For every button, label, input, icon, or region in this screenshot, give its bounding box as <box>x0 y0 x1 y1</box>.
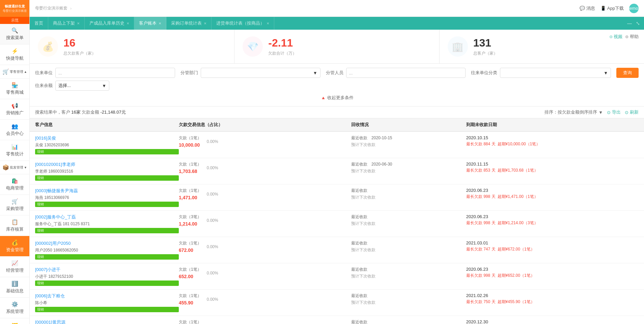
overdue-days-2: 最长欠款 998 天 <box>466 194 496 200</box>
sidebar-item-member[interactable]: 👥 会员中心 <box>0 120 29 140</box>
dept-select[interactable]: ▼ <box>201 68 320 78</box>
arrears-amount-0[interactable]: 10,000.00 <box>179 142 201 148</box>
overdue-date-7: 2020.12.30 <box>466 319 639 324</box>
overdue-link-5[interactable]: 超期¥652.00（1笔） <box>498 273 535 278</box>
customer-phone-4: 用户2050 18665062050 <box>35 247 179 253</box>
tabs-minimize-btn[interactable]: — <box>626 20 633 27</box>
overdue-link-2[interactable]: 超期¥1,471.00（1笔） <box>498 194 538 200</box>
arrears-amount-3[interactable]: 1,214.00 <box>179 221 201 227</box>
sidebar-item-search[interactable]: 🔍 搜索菜单 <box>0 24 29 45</box>
customer-cell-2: [0003]畅捷服务尹海蕊 海燕 18513066976 现销 <box>35 188 179 207</box>
retail-stats-icon: 📊 <box>11 144 18 150</box>
tab-purchase[interactable]: 采购订单统计表 ✕ <box>166 17 212 30</box>
arrears-amount-6[interactable]: 455.90 <box>179 300 201 305</box>
sidebar-item-purchase[interactable]: 🛒 采购管理 <box>0 195 29 215</box>
arrears-amount-4[interactable]: 672.00 <box>179 247 201 253</box>
main-area: 母婴行业演示账套 › 💬 消息 📱 App下载 demo2 首页 商品上下架 ✕ <box>30 0 644 324</box>
arrears-amount-1[interactable]: 1,703.68 <box>179 169 201 174</box>
customer-name-3[interactable]: [0002]服务中心_丁磊 <box>35 214 179 220</box>
tabs-expand-btn[interactable]: ⤡ <box>635 20 641 27</box>
app-download-btn[interactable]: 📱 App下载 <box>600 5 624 11</box>
sidebar-item-retail-mgmt[interactable]: 🛒 零售管理 ▲ <box>0 65 29 79</box>
tab-inventory[interactable]: 进货单统计表（按商品） ✕ <box>212 17 274 30</box>
col-header-date: 到期未收款日期 <box>466 122 639 128</box>
refresh-btn[interactable]: ⊙ 刷新 <box>625 109 639 115</box>
chevron-down-icon: ▲ <box>24 70 27 73</box>
sidebar-item-system[interactable]: ⚙️ 系统管理 <box>0 298 29 318</box>
from-unit-input[interactable]: ... <box>55 68 175 78</box>
message-btn[interactable]: 💬 消息 <box>580 5 595 11</box>
overdue-date-2: 2020.06.23 <box>466 188 639 193</box>
customer-phone-1: 李老师 18600391516 <box>35 169 179 174</box>
tab-production[interactable]: 产成品入库单历史 ✕ <box>85 17 134 30</box>
collapse-btn[interactable]: 🔺 收起更多条件 <box>320 95 354 101</box>
sidebar-item-enterprise[interactable]: 🤝 企业协同 <box>0 318 29 324</box>
unit-category-select[interactable]: ▼ <box>500 68 611 78</box>
quick-nav-icon: ⚡ <box>11 48 18 54</box>
env-text: 母婴行业演示账套 <box>3 9 27 13</box>
sidebar-item-inventory[interactable]: 📋 库存核算 <box>0 215 29 236</box>
arrears-amount-5[interactable]: 652.00 <box>179 274 201 279</box>
sidebar-item-retail-mall-label: 零售商城 <box>6 89 24 95</box>
filter-row-2: 往来余额 选择... ▼ <box>35 81 639 91</box>
sidebar-item-basic[interactable]: ℹ️ 基础信息 <box>0 277 29 298</box>
arrears-row-0: 欠款（1笔） 10,000.00 0.00% <box>179 135 351 148</box>
tab-product-close[interactable]: ✕ <box>77 22 80 25</box>
tab-inventory-label: 进货单统计表（按商品） <box>216 20 264 26</box>
overdue-date-4: 2021.03.01 <box>466 240 639 245</box>
sidebar-item-batch-mgmt[interactable]: 📦 批发管理 ▼ <box>0 161 29 174</box>
export-btn[interactable]: ⊙ 导出 <box>607 109 621 115</box>
customer-name-7[interactable]: [000001]黄思源 <box>35 319 179 324</box>
recovery-cell-2: 最近收款 预计下次收款 <box>351 188 466 200</box>
help-btn[interactable]: ⊙ 帮助 <box>625 34 639 40</box>
chevron-down-icon2: ▼ <box>24 166 27 169</box>
customer-phone-6: 陈小希 <box>35 300 179 306</box>
query-button[interactable]: 查询 <box>616 68 639 78</box>
sidebar-item-finance[interactable]: 💰 资金管理 <box>0 236 29 257</box>
overdue-link-4[interactable]: 超期¥672.00（1笔） <box>498 246 535 252</box>
video-btn[interactable]: ⊙ 视频 <box>609 34 623 40</box>
customer-name-1[interactable]: [0001020001]李老师 <box>35 161 179 168</box>
customer-name-0[interactable]: [0016]吴俊 <box>35 135 179 141</box>
tab-purchase-close[interactable]: ✕ <box>204 22 206 25</box>
sidebar-item-quick-nav[interactable]: ⚡ 快捷导航 <box>0 45 29 65</box>
customer-name-4[interactable]: [000002]用户2050 <box>35 240 179 246</box>
arrears-amount-2[interactable]: 1,471.00 <box>179 195 201 200</box>
sort-chevron: ▼ <box>598 110 603 115</box>
demo-label[interactable]: 示范 <box>0 17 29 24</box>
avatar[interactable]: demo2 <box>629 4 639 13</box>
sidebar-item-retail-stats[interactable]: 📊 零售统计 <box>0 140 29 161</box>
arrears-row-4: 欠款（1笔） 672.00 0.00% <box>179 240 351 253</box>
tab-product[interactable]: 商品上下架 ✕ <box>48 17 85 30</box>
customer-name-6[interactable]: [0006]去下粮仓 <box>35 293 179 299</box>
person-input[interactable]: ... <box>346 68 466 78</box>
customer-name-5[interactable]: [0007]小进干 <box>35 267 179 273</box>
balance-select[interactable]: 选择... ▼ <box>55 81 109 91</box>
overdue-link-6[interactable]: 超期¥455.90（1笔） <box>498 299 535 305</box>
logo-text: 畅捷通好生意 <box>5 4 25 9</box>
phone-icon: 📱 <box>600 6 606 11</box>
tab-customer-close[interactable]: ✕ <box>159 22 161 25</box>
overdue-link-1[interactable]: 超期¥1,703.68（1笔） <box>498 168 538 173</box>
sidebar-item-retail-mall[interactable]: 🏪 零售商城 <box>0 79 29 99</box>
stat-label-amount: 欠款合计（万） <box>268 51 297 56</box>
sidebar-item-operations[interactable]: 📈 经营管理 <box>0 257 29 277</box>
refresh-icon: ⊙ <box>625 110 628 115</box>
collapse-icon: 🔺 <box>320 95 326 100</box>
purchase-icon: 🛒 <box>11 198 18 205</box>
sort-btn[interactable]: 排序：按欠款金额倒序排序 ▼ <box>544 109 603 115</box>
tab-home[interactable]: 首页 <box>30 17 48 30</box>
overdue-link-3[interactable]: 超期¥1,214.00（3笔） <box>498 220 538 226</box>
arrears-cell-3: 欠款（3笔） 1,214.00 0.00% <box>179 214 351 227</box>
sidebar-item-ecommerce[interactable]: 🛍️ 电商管理 <box>0 174 29 195</box>
operations-icon: 📈 <box>11 260 18 266</box>
recovery-next-6: 预计下次收款 <box>351 300 466 305</box>
tab-production-close[interactable]: ✕ <box>127 22 129 25</box>
recovery-cell-1: 最近收款 2020-06-30 预计下次收款 <box>351 161 466 174</box>
customer-name-2[interactable]: [0003]畅捷服务尹海蕊 <box>35 188 179 194</box>
sidebar-item-marketing[interactable]: 📢 营销推广 <box>0 99 29 120</box>
tab-customer[interactable]: 客户账本 ✕ <box>134 17 166 30</box>
tab-inventory-close[interactable]: ✕ <box>267 22 269 25</box>
overdue-link-0[interactable]: 超期¥10,000.00（1笔） <box>498 141 540 147</box>
arrears-info-0: 欠款（1笔） 10,000.00 <box>179 135 201 148</box>
